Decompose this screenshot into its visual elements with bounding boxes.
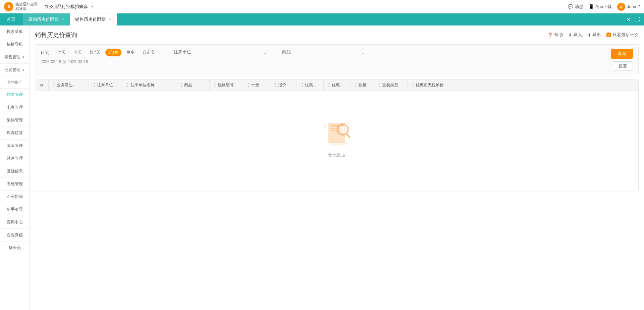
th-spec[interactable]: ▲▼ 规格型号 — [210, 80, 243, 91]
th-discount2[interactable]: ▲▼ 优惠... — [324, 80, 351, 91]
date-btn-more[interactable]: 更多 — [123, 49, 138, 56]
filter-bar: 日期 昨天 今天 近7天 近1月 更多 自定义 2023-02-18 至 202… — [35, 44, 639, 75]
sort-biz-date: ▲▼ — [53, 82, 55, 88]
sort-qty: ▲▼ — [355, 82, 357, 88]
date-btn-custom[interactable]: 自定义 — [140, 49, 158, 56]
setting-button[interactable]: 设置 — [613, 61, 633, 71]
partner-input[interactable] — [193, 49, 260, 55]
svg-line-7 — [346, 134, 350, 137]
sort-partner-code: ▲▼ — [93, 82, 96, 88]
sidebar-item-ops-mgmt[interactable]: 经营管理 — [0, 152, 29, 165]
sidebar-item-wholesale-mgmt[interactable]: 批发管理 ▲ — [0, 64, 29, 76]
partner-filter: 往来单位 ... — [174, 49, 266, 55]
sort-trade-type: ▲▼ — [378, 82, 381, 88]
sidebar-item-purchase-mgmt[interactable]: 采购管理 — [0, 114, 29, 127]
logo-text: 畅捷通好生意 标准版 — [15, 2, 38, 11]
tab-bar-right: ✕ ⛶ — [626, 16, 644, 23]
svg-rect-2 — [330, 125, 343, 126]
page-container: 销售历史价查询 ❓ 帮助 ⬇ 导入 ⬆ 导出 ✓ — [30, 25, 644, 310]
top-bar-right: 💬 消息 📱 App下载 D demo2 — [568, 3, 640, 11]
sidebar-item-member[interactable]: 畅会员 — [0, 242, 29, 254]
sort-discount2: ▲▼ — [328, 82, 330, 88]
date-btn-1month[interactable]: 近1月 — [105, 49, 122, 56]
table-header: ⚙ ▲▼ 业务发生... ▲▼ 往来单位 ▲▼ 往来单位名称 — [35, 80, 638, 91]
sidebar-item-finance-mgmt[interactable]: 资金管理 — [0, 140, 29, 152]
sidebar-item-app-center[interactable]: 应用中心 — [0, 216, 29, 229]
date-options: 昨天 今天 近7天 近1月 更多 自定义 — [55, 49, 158, 56]
retail-arrow-icon: ▼ — [22, 55, 25, 59]
retail-mgmt-label: 零售管理 — [4, 54, 20, 60]
tab-fullscreen-icon[interactable]: ⛶ — [635, 16, 640, 22]
sidebar-item-inventory[interactable]: 库存核算 — [0, 127, 29, 140]
tab-close-sales[interactable]: × — [109, 17, 111, 22]
app-download-button[interactable]: 📱 App下载 — [589, 4, 612, 10]
sidebar-item-beginner-guide[interactable]: 新手引导 — [0, 203, 29, 216]
empty-svg — [320, 118, 354, 148]
page-title: 销售历史价查询 — [35, 31, 77, 39]
app-icon: 📱 — [589, 4, 594, 9]
th-qty[interactable]: ▲▼ 数量 — [351, 80, 374, 91]
gear-icon[interactable]: ⚙ — [40, 83, 44, 88]
table-body: 暂无数据 — [35, 91, 638, 192]
sidebar: 搜索菜单 快捷导航 零售管理 ▼ 批发管理 ▲ 营销推广 销售管理 电商管理 采… — [0, 25, 30, 310]
only-last-checkbox[interactable]: ✓ 只看最后一次 — [606, 32, 639, 38]
date-btn-7days[interactable]: 近7天 — [87, 49, 103, 56]
enterprise-collab-label: 企业协同 — [7, 194, 23, 200]
date-btn-today[interactable]: 今天 — [71, 49, 85, 56]
tab-close-purchase[interactable]: × — [62, 17, 64, 22]
help-button[interactable]: ❓ 帮助 — [547, 32, 563, 38]
goods-input[interactable] — [293, 49, 360, 55]
sidebar-item-ecommerce[interactable]: 电商管理 — [0, 101, 29, 114]
th-biz-date[interactable]: ▲▼ 业务发生... — [49, 80, 89, 91]
sort-spec: ▲▼ — [214, 82, 216, 88]
wholesale-arrow-icon: ▲ — [22, 68, 25, 72]
finance-mgmt-label: 资金管理 — [7, 143, 23, 149]
ecommerce-label: 电商管理 — [7, 105, 23, 110]
user-area[interactable]: D demo2 — [617, 3, 640, 11]
sort-discount1: ▲▼ — [301, 82, 304, 88]
th-trade-type[interactable]: ▲▼ 交易类型 — [374, 80, 408, 91]
svg-point-9 — [347, 122, 350, 124]
sidebar-item-marketing[interactable]: 营销推广 — [0, 76, 29, 89]
main-layout: 搜索菜单 快捷导航 零售管理 ▼ 批发管理 ▲ 营销推广 销售管理 电商管理 采… — [0, 25, 644, 310]
tab-purchase-history[interactable]: 采购历史价跟踪 × — [23, 13, 70, 25]
filter-right: 查询 设置 — [611, 49, 633, 71]
th-goods[interactable]: ▲▼ 商品 — [176, 80, 210, 91]
export-button[interactable]: ⬆ 导出 — [587, 32, 601, 38]
message-button[interactable]: 💬 消息 — [568, 4, 583, 10]
sidebar-item-quick-nav[interactable]: 快捷导航 — [0, 38, 29, 51]
import-button[interactable]: ⬇ 导入 — [568, 32, 582, 38]
th-discount1[interactable]: ▲▼ 优惠... — [297, 80, 324, 91]
tab-close-all-icon[interactable]: ✕ — [626, 16, 631, 23]
tab-home[interactable]: 首页 — [0, 13, 22, 25]
partner-label: 往来单位 — [174, 49, 191, 55]
th-no-tax-price[interactable]: ▲▼ 优惠前无税单价 — [408, 80, 638, 91]
tab-bar: 首页 采购历史价跟踪 × 销售历史价跟踪 × ✕ ⛶ — [0, 13, 644, 25]
date-btn-yesterday[interactable]: 昨天 — [55, 49, 69, 56]
quick-nav-label: 快捷导航 — [7, 42, 23, 47]
checkbox-icon: ✓ — [606, 33, 611, 37]
th-quote[interactable]: ▲▼ 报价 — [270, 80, 297, 91]
th-gear[interactable]: ⚙ — [35, 80, 49, 91]
sidebar-item-retail-mgmt[interactable]: 零售管理 ▼ — [0, 51, 29, 64]
sidebar-item-basic-info[interactable]: 基础信息 — [0, 165, 29, 178]
th-partner-code[interactable]: ▲▼ 往来单位 — [89, 80, 122, 91]
message-icon: 💬 — [568, 4, 573, 9]
purchase-mgmt-label: 采购管理 — [7, 117, 23, 123]
tab-sales-history[interactable]: 销售历史价跟踪 × — [70, 13, 117, 25]
sidebar-item-sys-mgmt[interactable]: 系统管理 — [0, 178, 29, 191]
sort-quote: ▲▼ — [274, 82, 277, 88]
th-partner-name[interactable]: ▲▼ 往来单位名称 — [122, 80, 176, 91]
query-button[interactable]: 查询 — [611, 49, 633, 59]
sort-no-tax-price: ▲▼ — [412, 82, 414, 88]
top-bar: 6 畅捷通好生意 标准版 办公用品行业模拟账套 ▼ 💬 消息 📱 App下载 D… — [0, 0, 644, 13]
th-unit[interactable]: ▲▼ 计量... — [243, 80, 270, 91]
wholesale-mgmt-label: 批发管理 — [4, 67, 20, 73]
sidebar-item-sales-mgmt[interactable]: 销售管理 — [0, 89, 29, 101]
sidebar-item-enterprise-wechat[interactable]: 企业微信 — [0, 229, 29, 242]
app-title: 办公用品行业模拟账套 — [44, 4, 88, 10]
data-table: ⚙ ▲▼ 业务发生... ▲▼ 往来单位 ▲▼ 往来单位名称 — [35, 79, 639, 192]
sidebar-item-search-menu[interactable]: 搜索菜单 — [0, 25, 29, 38]
sidebar-item-enterprise-collab[interactable]: 企业协同 — [0, 191, 29, 203]
dropdown-arrow-icon[interactable]: ▼ — [91, 5, 94, 8]
